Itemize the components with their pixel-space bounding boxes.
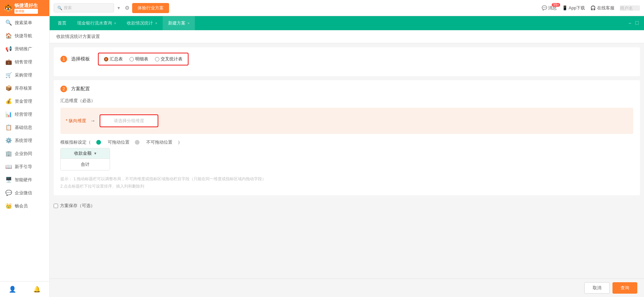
sidebar-item-icon-12: 🖥️ xyxy=(5,177,12,183)
step2-number: 2 xyxy=(60,86,67,92)
sidebar-item-1[interactable]: 🏠快捷导航 xyxy=(0,29,49,42)
sidebar-item-label-12: 智能硬件 xyxy=(15,177,32,183)
bottom-bar: 取消 查询 xyxy=(50,279,644,297)
service-icon: 🎧 xyxy=(590,5,596,10)
sidebar-item-icon-11: 📖 xyxy=(5,163,12,170)
sidebar-item-label-3: 销售管理 xyxy=(15,59,32,65)
minimize-icon[interactable]: － xyxy=(627,20,633,27)
sidebar-item-icon-9: ⚙️ xyxy=(5,137,12,144)
sidebar-item-label-5: 库存核算 xyxy=(15,85,32,91)
dimension-row-label: * 纵向维度 xyxy=(66,118,86,124)
download-area[interactable]: 📱 App下载 xyxy=(562,5,585,11)
sidebar-item-icon-4: 🛒 xyxy=(5,72,12,78)
query-button[interactable]: 查询 xyxy=(612,282,637,294)
sidebar-item-6[interactable]: 💰资金管理 xyxy=(0,95,49,108)
message-area[interactable]: 💬 消息 99+ xyxy=(542,5,557,11)
section-step1: 1 选择模板 汇总表 明细表 交叉统计表 xyxy=(54,47,640,76)
dimension-row: * 纵向维度 → 请选择分组维度 xyxy=(66,114,628,127)
topbar-search[interactable]: 🔍 搜索 xyxy=(54,3,114,12)
logo-icon: 🐯 xyxy=(4,4,12,12)
dimension-area: * 纵向维度 → 请选择分组维度 xyxy=(60,108,633,134)
save-option-label[interactable]: 方案保存（可选） xyxy=(54,203,640,209)
sidebar-item-14[interactable]: 👑畅会员 xyxy=(0,199,49,212)
tab-home-label: 首页 xyxy=(58,20,66,26)
sidebar-item-12[interactable]: 🖥️智能硬件 xyxy=(0,173,49,186)
section-step2: 2 方案配置 汇总维度（必选） * 纵向维度 → 请选择分组维度 模板指标设定（… xyxy=(54,80,640,195)
tab-cashflow[interactable]: 现金银行流水查询 × xyxy=(72,16,121,30)
sidebar-item-5[interactable]: 📦库存核算 xyxy=(0,82,49,95)
sidebar-profile-btn[interactable]: 👤 xyxy=(6,284,19,294)
save-option-checkbox[interactable] xyxy=(54,204,58,208)
sidebar-item-icon-5: 📦 xyxy=(5,85,12,91)
radio-summary[interactable]: 汇总表 xyxy=(104,56,123,62)
tip-1: 提示： 1.拖动标题栏可以调整布局，不可跨维度或指标区域拖动栏目字段（只能在同一… xyxy=(60,176,633,183)
tab-home[interactable]: 首页 xyxy=(52,16,72,30)
sidebar-item-icon-0: 🔍 xyxy=(5,19,12,26)
radio-cross[interactable]: 交叉统计表 xyxy=(155,56,182,62)
sidebar-item-8[interactable]: 📋基础信息 xyxy=(0,121,49,134)
sidebar-item-0[interactable]: 🔍搜索菜单 xyxy=(0,16,49,29)
tab-cashflow-close[interactable]: × xyxy=(114,21,116,25)
tab-collection-close[interactable]: × xyxy=(155,21,157,25)
download-icon: 📱 xyxy=(562,5,568,10)
page-content: 收款情况统计方案设置 1 选择模板 汇总表 明细表 xyxy=(50,30,644,297)
radio-summary-label: 汇总表 xyxy=(110,56,123,62)
cancel-button[interactable]: 取消 xyxy=(584,282,610,294)
search-icon: 🔍 xyxy=(57,6,62,10)
sidebar-item-label-8: 基础信息 xyxy=(15,125,32,131)
sidebar-item-icon-8: 📋 xyxy=(5,124,12,131)
tab-new-plan-label: 新建方案 xyxy=(168,20,185,26)
tab-new-plan[interactable]: 新建方案 × xyxy=(163,16,195,30)
radio-summary-input[interactable] xyxy=(104,57,108,61)
sidebar-item-10[interactable]: 🏢企业协同 xyxy=(0,147,49,160)
tab-new-plan-close[interactable]: × xyxy=(187,21,190,25)
template-options: 汇总表 明细表 交叉统计表 xyxy=(98,53,189,65)
sidebar-item-icon-3: 💼 xyxy=(5,59,12,65)
download-label: App下载 xyxy=(569,5,585,10)
sidebar-item-icon-1: 🏠 xyxy=(5,33,12,39)
topbar-right: 💬 消息 99+ 📱 App下载 🎧 在线客服 用户名 xyxy=(542,5,640,11)
try-industry-button[interactable]: 体验行业方案 xyxy=(132,3,169,13)
sidebar-item-13[interactable]: 💬企业微信 xyxy=(0,186,49,199)
maximize-icon[interactable]: □ xyxy=(635,20,639,27)
sidebar-item-3[interactable]: 💼销售管理 xyxy=(0,55,49,68)
radio-detail[interactable]: 明细表 xyxy=(129,56,148,62)
tips-section: 提示： 1.拖动标题栏可以调整布局，不可跨维度或指标区域拖动栏目字段（只能在同一… xyxy=(60,176,633,190)
user-name[interactable]: 用户名 xyxy=(620,5,640,11)
sidebar-item-label-0: 搜索菜单 xyxy=(15,20,32,26)
navtab-window-controls: － □ xyxy=(627,20,641,27)
sidebar-item-label-11: 新手引导 xyxy=(15,164,32,170)
dimension-title: 汇总维度（必选） xyxy=(60,98,633,104)
sidebar-notify-btn[interactable]: 🔔 xyxy=(31,284,43,294)
metrics-dropdown-icon[interactable]: ▾ xyxy=(94,151,96,156)
dimension-arrow: → xyxy=(90,118,96,124)
sidebar-item-7[interactable]: 📊经营管理 xyxy=(0,108,49,121)
step2-label: 方案配置 xyxy=(71,86,90,92)
logo-badge: 标准版 xyxy=(14,9,38,14)
metrics-table-header: 收款金额 ▾ xyxy=(61,148,110,159)
search-text: 搜索 xyxy=(64,5,72,11)
service-area[interactable]: 🎧 在线客服 xyxy=(590,5,614,11)
save-option-area: 方案保存（可选） xyxy=(50,199,644,212)
page-title: 收款情况统计方案设置 xyxy=(56,34,100,39)
sidebar-item-icon-6: 💰 xyxy=(5,98,12,104)
dimension-select[interactable]: 请选择分组维度 xyxy=(100,114,158,127)
radio-detail-input[interactable] xyxy=(129,57,134,61)
radio-cross-input[interactable] xyxy=(155,57,159,61)
topbar-dropdown-icon[interactable]: ▼ xyxy=(117,6,121,10)
sidebar-item-4[interactable]: 🛒采购管理 xyxy=(0,68,49,82)
sidebar-item-icon-10: 🏢 xyxy=(5,150,12,157)
step1-number: 1 xyxy=(60,56,67,62)
sidebar-item-label-9: 系统管理 xyxy=(15,138,32,144)
sidebar-item-label-1: 快捷导航 xyxy=(15,33,32,39)
tab-collection-label: 收款情况统计 xyxy=(127,20,153,26)
step1-row: 1 选择模板 汇总表 明细表 交叉统计表 xyxy=(60,53,633,65)
gear-icon[interactable]: ⚙ xyxy=(125,5,129,11)
service-label: 在线客服 xyxy=(597,5,614,10)
sidebar-item-9[interactable]: ⚙️系统管理 xyxy=(0,134,49,147)
metrics-header-label: 收款金额 xyxy=(74,150,92,156)
tab-collection[interactable]: 收款情况统计 × xyxy=(121,16,162,30)
sidebar-item-2[interactable]: 📢营销推广 xyxy=(0,42,49,55)
metrics-config-header: 模板指标设定（ 可拖动位置 不可拖动位置 ） xyxy=(60,139,633,145)
sidebar-item-11[interactable]: 📖新手引导 xyxy=(0,160,49,173)
